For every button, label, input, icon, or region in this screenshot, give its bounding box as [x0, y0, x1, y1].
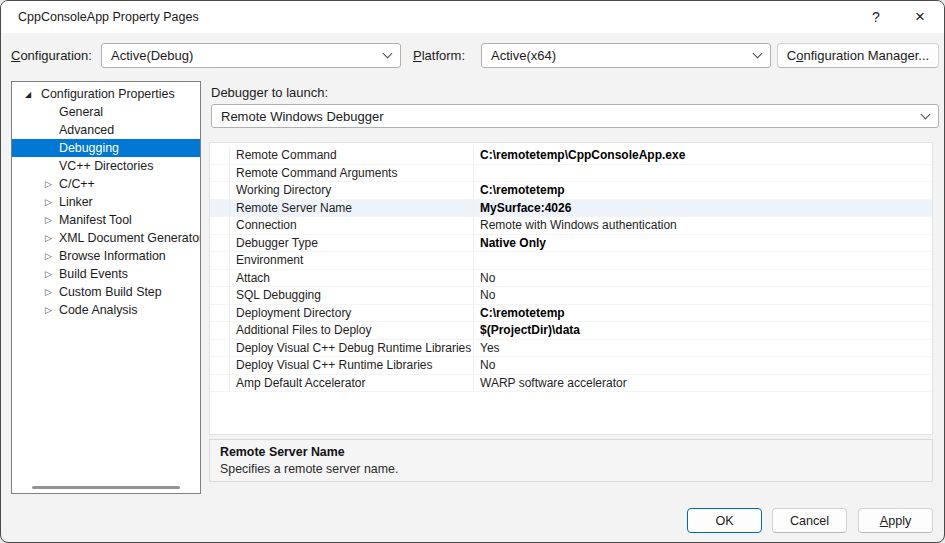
row-gutter — [210, 235, 230, 252]
chevron-down-icon — [921, 109, 931, 119]
property-value[interactable]: Native Only — [474, 235, 932, 252]
tree-item-custom-build-step[interactable]: ▷ Custom Build Step — [12, 283, 200, 301]
row-gutter — [210, 322, 230, 339]
expander-collapsed-icon[interactable]: ▷ — [45, 269, 59, 279]
property-row-deploy-debug-runtime-libraries[interactable]: Deploy Visual C++ Debug Runtime Librarie… — [210, 340, 932, 358]
property-name: Debugger Type — [230, 235, 474, 252]
property-name: Amp Default Accelerator — [230, 375, 474, 392]
platform-dropdown-value: Active(x64) — [491, 48, 556, 63]
tree-item-code-analysis[interactable]: ▷ Code Analysis — [12, 301, 200, 319]
property-row-additional-files-to-deploy[interactable]: Additional Files to Deploy $(ProjectDir)… — [210, 322, 932, 340]
configuration-dropdown-value: Active(Debug) — [111, 48, 193, 63]
tree-item-general[interactable]: General — [12, 103, 200, 121]
property-name: Working Directory — [230, 182, 474, 199]
configuration-manager-label: Configuration Manager... — [787, 48, 929, 63]
tree-item-advanced[interactable]: Advanced — [12, 121, 200, 139]
expander-expanded-icon[interactable]: ◢ — [25, 90, 41, 99]
expander-collapsed-icon[interactable]: ▷ — [45, 251, 59, 261]
property-row-debugger-type[interactable]: Debugger Type Native Only — [210, 235, 932, 253]
apply-button[interactable]: Apply — [858, 508, 933, 533]
row-gutter — [210, 182, 230, 199]
property-description-panel: Remote Server Name Specifies a remote se… — [209, 439, 933, 482]
description-text: Specifies a remote server name. — [220, 462, 922, 476]
property-value[interactable]: No — [474, 357, 932, 374]
property-value[interactable]: No — [474, 287, 932, 304]
window-title: CppConsoleApp Property Pages — [18, 10, 199, 24]
expander-collapsed-icon[interactable]: ▷ — [45, 215, 59, 225]
tree-item-browse-information[interactable]: ▷ Browse Information — [12, 247, 200, 265]
apply-label: Apply — [880, 514, 912, 528]
property-value[interactable]: No — [474, 270, 932, 287]
configuration-manager-button[interactable]: Configuration Manager... — [777, 43, 939, 68]
property-value[interactable]: $(ProjectDir)\data — [474, 322, 932, 339]
close-button[interactable]: × — [898, 1, 942, 33]
property-row-deploy-runtime-libraries[interactable]: Deploy Visual C++ Runtime Libraries No — [210, 357, 932, 375]
property-name: Deploy Visual C++ Debug Runtime Librarie… — [230, 340, 474, 357]
property-name: Remote Server Name — [230, 200, 474, 217]
property-name: Connection — [230, 217, 474, 234]
tree-item-linker[interactable]: ▷ Linker — [12, 193, 200, 211]
property-value[interactable] — [474, 252, 932, 269]
property-value[interactable]: C:\remotetemp\CppConsoleApp.exe — [474, 147, 932, 164]
property-name: SQL Debugging — [230, 287, 474, 304]
property-value[interactable]: C:\remotetemp — [474, 305, 932, 322]
property-value[interactable]: Remote with Windows authentication — [474, 217, 932, 234]
property-value[interactable]: Yes — [474, 340, 932, 357]
property-value[interactable]: WARP software accelerator — [474, 375, 932, 392]
property-tree: ◢ Configuration Properties General Advan… — [11, 81, 201, 494]
property-row-remote-command[interactable]: Remote Command C:\remotetemp\CppConsoleA… — [210, 147, 932, 165]
platform-label: Platform: — [413, 48, 465, 63]
property-name: Deploy Visual C++ Runtime Libraries — [230, 357, 474, 374]
cancel-button[interactable]: Cancel — [772, 508, 847, 533]
property-pages-dialog: CppConsoleApp Property Pages ? × Configu… — [0, 0, 945, 543]
property-value[interactable] — [474, 165, 932, 182]
row-gutter — [210, 200, 230, 217]
configuration-dropdown[interactable]: Active(Debug) — [101, 43, 401, 68]
property-row-remote-command-arguments[interactable]: Remote Command Arguments — [210, 165, 932, 183]
property-row-environment[interactable]: Environment — [210, 252, 932, 270]
row-gutter — [210, 252, 230, 269]
property-row-sql-debugging[interactable]: SQL Debugging No — [210, 287, 932, 305]
tree-item-vcpp-directories[interactable]: VC++ Directories — [12, 157, 200, 175]
tree-item-debugging[interactable]: Debugging — [12, 139, 200, 157]
property-row-connection[interactable]: Connection Remote with Windows authentic… — [210, 217, 932, 235]
property-value[interactable]: MySurface:4026 — [474, 200, 932, 217]
tree-item-xml-document-generator[interactable]: ▷ XML Document Generator — [12, 229, 200, 247]
property-row-remote-server-name[interactable]: Remote Server Name MySurface:4026 — [210, 200, 932, 218]
expander-collapsed-icon[interactable]: ▷ — [45, 179, 59, 189]
property-grid: Remote Command C:\remotetemp\CppConsoleA… — [209, 142, 933, 435]
help-button[interactable]: ? — [854, 1, 898, 33]
tree-item-build-events[interactable]: ▷ Build Events — [12, 265, 200, 283]
expander-collapsed-icon[interactable]: ▷ — [45, 305, 59, 315]
tree-horizontal-scrollbar[interactable] — [32, 486, 180, 489]
property-row-working-directory[interactable]: Working Directory C:\remotetemp — [210, 182, 932, 200]
close-icon: × — [915, 7, 925, 27]
tree-item-c-cpp[interactable]: ▷ C/C++ — [12, 175, 200, 193]
property-name: Remote Command Arguments — [230, 165, 474, 182]
row-gutter — [210, 305, 230, 322]
ok-button[interactable]: OK — [687, 508, 762, 533]
property-row-deployment-directory[interactable]: Deployment Directory C:\remotetemp — [210, 305, 932, 323]
property-name: Attach — [230, 270, 474, 287]
tree-item-configuration-properties[interactable]: ◢ Configuration Properties — [12, 85, 200, 103]
help-icon: ? — [872, 9, 880, 25]
expander-collapsed-icon[interactable]: ▷ — [45, 233, 59, 243]
property-row-attach[interactable]: Attach No — [210, 270, 932, 288]
row-gutter — [210, 340, 230, 357]
row-gutter — [210, 287, 230, 304]
tree-item-manifest-tool[interactable]: ▷ Manifest Tool — [12, 211, 200, 229]
row-gutter — [210, 375, 230, 392]
property-row-amp-default-accelerator[interactable]: Amp Default Accelerator WARP software ac… — [210, 375, 932, 393]
debugger-to-launch-label: Debugger to launch: — [211, 85, 328, 100]
row-gutter — [210, 147, 230, 164]
configuration-label: Configuration: — [11, 48, 92, 63]
property-name: Environment — [230, 252, 474, 269]
debugger-dropdown[interactable]: Remote Windows Debugger — [211, 104, 939, 128]
row-gutter — [210, 165, 230, 182]
property-name: Remote Command — [230, 147, 474, 164]
expander-collapsed-icon[interactable]: ▷ — [45, 197, 59, 207]
platform-dropdown[interactable]: Active(x64) — [481, 43, 771, 68]
property-name: Additional Files to Deploy — [230, 322, 474, 339]
property-value[interactable]: C:\remotetemp — [474, 182, 932, 199]
expander-collapsed-icon[interactable]: ▷ — [45, 287, 59, 297]
